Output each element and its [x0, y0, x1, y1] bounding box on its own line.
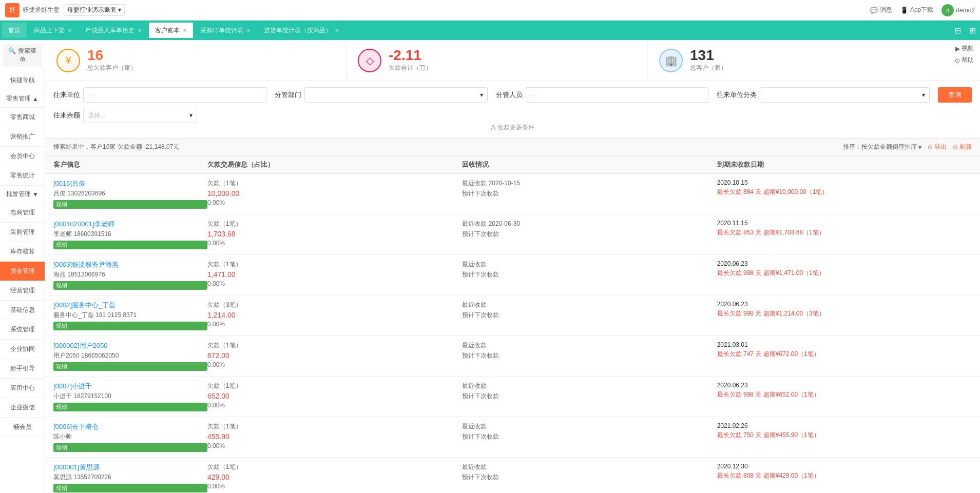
filter-dept-select[interactable]: ▾ [304, 87, 488, 103]
customer-name-4[interactable]: [000002]用户2050 [53, 341, 207, 350]
close-tab-incoming[interactable]: ✕ [335, 28, 339, 33]
filter-field-unit: 往来单位 ··· [53, 87, 266, 103]
view-video-btn[interactable]: ▶ 视频 [955, 44, 974, 53]
sidebar-item-guide[interactable]: 新手引导 [0, 359, 45, 379]
close-tab-product[interactable]: ✕ [68, 28, 72, 33]
sort-btn[interactable]: 排序：按欠款金额倒序排序 ▾ [843, 143, 921, 151]
debt-total-number: -2.11 [389, 48, 432, 63]
sidebar-item-quick-nav[interactable]: 快捷导航 [0, 71, 45, 90]
avatar: d [941, 4, 954, 16]
search-button[interactable]: 查询 [938, 87, 972, 103]
sidebar-item-ecommerce[interactable]: 电商管理 [0, 203, 45, 223]
sidebar-item-system[interactable]: 系统管理 [0, 320, 45, 340]
sidebar-item-wholesale-mgmt[interactable]: 批发管理 ▼ [0, 186, 45, 203]
sidebar-item-basic-info[interactable]: 基础信息 [0, 301, 45, 320]
overdue-link-2[interactable]: 超期¥1,471.00（1笔） [763, 269, 825, 277]
customer-phone-2: 海燕 18513066976 [53, 270, 207, 279]
overdue-link-6[interactable]: 超期¥455.90（1笔） [763, 431, 820, 439]
tab-warehouse[interactable]: 产成品入库单历史 ✕ [79, 23, 148, 38]
stat-text-debt-customers: 16 总欠款客户（家） [87, 48, 137, 72]
customer-name-2[interactable]: [0003]畅捷服务尹海燕 [53, 260, 207, 269]
tab-incoming[interactable]: 进货单统计表（按商品） ✕ [258, 23, 345, 38]
overdue-link-0[interactable]: 超期¥10,000.00（1笔） [763, 188, 829, 195]
col-header-customer: 客户信息 [53, 160, 207, 169]
sidebar-item-retail-stats[interactable]: 零售统计 [0, 166, 45, 186]
customer-name-5[interactable]: [0007]小进千 [53, 382, 207, 391]
sort-icon: ▾ [918, 144, 921, 151]
help-btn[interactable]: ⊙ 帮助 [955, 56, 974, 65]
overdue-link-7[interactable]: 超期¥429.00（1笔） [763, 472, 820, 479]
nav-minimize-btn[interactable]: ⊟ [952, 24, 963, 37]
close-tab-warehouse[interactable]: ✕ [138, 28, 142, 33]
customer-tag-6: 现销 [53, 443, 207, 452]
sidebar-item-inventory[interactable]: 库存核算 [0, 242, 45, 262]
sidebar-item-finance[interactable]: 资金管理 [0, 262, 45, 281]
sidebar-item-purchase[interactable]: 采购管理 [0, 223, 45, 242]
customer-name-7[interactable]: [000001]黄思源 [53, 463, 207, 472]
filter-balance-select[interactable]: 选择... ▾ [83, 108, 197, 123]
user-profile[interactable]: d demo2 [941, 4, 975, 16]
logo-area: 好 畅捷通好生意 [5, 3, 60, 17]
sidebar-item-wechat[interactable]: 企业微信 [0, 398, 45, 418]
customer-tag-2: 现销 [53, 281, 207, 290]
customer-name-0[interactable]: [0016]吕俊 [53, 179, 207, 188]
sidebar-item-retail-mgmt[interactable]: 零售管理 ▲ [0, 90, 45, 108]
stat-text-total-customers: 131 总客户（家） [690, 48, 727, 72]
filter-person-input[interactable]: ··· [526, 87, 709, 103]
overdue-link-3[interactable]: 超期¥1,214.00（3笔） [763, 310, 825, 317]
customer-phone-5: 小进千 18279152100 [53, 392, 207, 401]
close-tab-purchase[interactable]: ✕ [246, 28, 251, 33]
col-header-recovery: 回收情况 [462, 160, 717, 169]
export-icon: ⊙ [928, 144, 933, 151]
recovery-info-7: 最近收款 预计下次收款 [462, 463, 717, 482]
due-info-3: 2020.06.23 最长欠款 998 天 超期¥1,214.00（3笔） [717, 301, 972, 318]
industry-selector[interactable]: 母婴行业演示账套 ▾ [64, 4, 125, 16]
customer-info-5: [0007]小进千 小进千 18279152100 现销 [53, 382, 207, 411]
stat-text-debt-total: -2.11 欠款合计（万） [389, 48, 432, 72]
collapse-btn[interactable]: ⋀ 收起更多条件 [491, 123, 534, 132]
customer-phone-0: 吕俊 13026203696 [53, 189, 207, 198]
table-header: 客户信息 欠款交易信息（占比） 回收情况 到期未收款日期 [45, 156, 980, 174]
table-row: [0006]去下粮仓 陈小帅 现销 欠款（1笔） 455.90 0.00% 最近… [45, 417, 980, 458]
collapse-row: ⋀ 收起更多条件 [53, 123, 972, 132]
message-btn[interactable]: 💬 消息 [870, 6, 892, 14]
sidebar-item-appstore[interactable]: 应用中心 [0, 379, 45, 398]
close-tab-customer[interactable]: ✕ [183, 28, 187, 33]
sidebar-item-operation[interactable]: 经营管理 [0, 281, 45, 301]
tab-product[interactable]: 商品上下架 ✕ [28, 23, 78, 38]
refresh-btn[interactable]: ⊙ 刷新 [953, 143, 972, 151]
sidebar-item-member[interactable]: 会员中心 [0, 147, 45, 166]
export-btn[interactable]: ⊙ 导出 [928, 143, 947, 151]
main-layout: 🔍 搜索菜单 快捷导航 零售管理 ▲ 零售商城 营销推广 会员中心 零售统计 批… [0, 40, 980, 493]
search-menu-btn[interactable]: 🔍 搜索菜单 [3, 44, 42, 67]
stat-item-total-customers: 🏢 131 总客户（家） [648, 40, 949, 81]
stat-item-debt-total: ◇ -2.11 欠款合计（万） [347, 40, 648, 81]
customer-name-1[interactable]: [0001020001]李老师 [53, 220, 207, 229]
top-bar: 好 畅捷通好生意 母婴行业演示账套 ▾ 💬 消息 📱 App下载 d demo2 [0, 0, 980, 21]
overdue-link-5[interactable]: 超期¥652.00（1笔） [763, 391, 820, 398]
tab-home[interactable]: 首页 [2, 23, 27, 38]
due-info-2: 2020.06.23 最长欠款 998 天 超期¥1,471.00（1笔） [717, 260, 972, 278]
dropdown-icon-3: ▾ [189, 112, 193, 119]
filter-category-select[interactable]: ▾ [760, 87, 930, 103]
debt-info-2: 欠款（1笔） 1,471.00 0.00% [207, 260, 462, 287]
col-header-due: 到期未收款日期 [717, 160, 972, 169]
tab-purchase[interactable]: 采购订单统计表 ✕ [194, 23, 257, 38]
filter-unit-input[interactable]: ··· [83, 87, 266, 103]
nav-maximize-btn[interactable]: ⊞ [967, 24, 978, 37]
customer-name-6[interactable]: [0006]去下粮仓 [53, 422, 207, 431]
overdue-link-4[interactable]: 超期¥672.00（1笔） [763, 350, 820, 358]
results-summary: 搜索结果中，客户16家 欠款金额 -21,148.07元 [53, 143, 179, 151]
app-download-btn[interactable]: 📱 App下载 [900, 6, 933, 14]
sidebar-item-vip[interactable]: 畅会员 [0, 418, 45, 437]
overdue-link-1[interactable]: 超期¥1,703.68（1笔） [763, 229, 825, 236]
customer-name-3[interactable]: [0002]服务中心_丁磊 [53, 301, 207, 310]
sidebar-item-marketing[interactable]: 营销推广 [0, 127, 45, 147]
total-customers-label: 总客户（家） [690, 64, 727, 72]
filter-area: 往来单位 ··· 分管部门 ▾ 分管人员 ··· [45, 81, 980, 139]
tab-customer[interactable]: 客户账本 ✕ [149, 23, 193, 38]
sidebar-item-collab[interactable]: 企业协同 [0, 340, 45, 359]
recovery-info-3: 最近收款 预计下次收款 [462, 301, 717, 320]
sidebar-item-retail-mall[interactable]: 零售商城 [0, 108, 45, 127]
debt-total-label: 欠款合计（万） [389, 64, 432, 72]
